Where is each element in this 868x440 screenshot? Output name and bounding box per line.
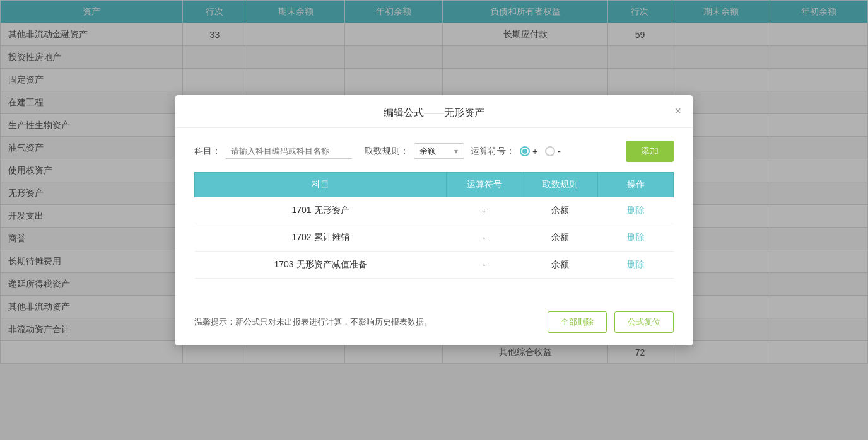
formula-action-cell[interactable]: 删除 [598, 197, 674, 224]
footer-buttons: 全部删除 公式复位 [548, 311, 674, 333]
formula-rule-cell: 余额 [522, 224, 598, 251]
rule-group: 取数规则： 余额 借方 贷方 ▾ [365, 143, 458, 159]
modal-footer: 温馨提示：新公式只对未出报表进行计算，不影响历史报表数据。 全部删除 公式复位 [175, 301, 693, 345]
modal-title: 编辑公式——无形资产 [384, 107, 484, 120]
radio-minus-label: - [558, 146, 561, 156]
formula-row: 1703 无形资产减值准备 - 余额 删除 [195, 251, 674, 278]
radio-group: + - [520, 146, 561, 156]
formula-row: 1702 累计摊销 - 余额 删除 [195, 224, 674, 251]
table-header-subject: 科目 [195, 172, 447, 197]
rule-label: 取数规则： [365, 146, 409, 157]
formula-rule-cell: 余额 [522, 197, 598, 224]
table-header-rule: 取数规则 [522, 172, 598, 197]
operator-label: 运算符号： [471, 146, 515, 157]
delete-link[interactable]: 删除 [627, 232, 645, 242]
modal-overlay: 编辑公式——无形资产 × 科目： 取数规则： 余额 借方 贷方 [0, 0, 868, 440]
delete-link[interactable]: 删除 [627, 259, 645, 269]
rule-select-wrap: 余额 借方 贷方 ▾ [414, 143, 458, 159]
add-button[interactable]: 添加 [626, 141, 674, 162]
radio-plus[interactable]: + [520, 146, 537, 156]
modal-body: 科目： 取数规则： 余额 借方 贷方 ▾ 运算符号： [175, 128, 693, 301]
formula-action-cell[interactable]: 删除 [598, 251, 674, 278]
formula-table: 科目 运算符号 取数规则 操作 1701 无形资产 + 余额 删除 1702 累… [194, 172, 674, 279]
subject-group: 科目： [194, 144, 352, 159]
modal-header: 编辑公式——无形资产 × [175, 95, 693, 128]
modal: 编辑公式——无形资产 × 科目： 取数规则： 余额 借方 贷方 [175, 95, 693, 345]
formula-row: 1701 无形资产 + 余额 删除 [195, 197, 674, 224]
form-row: 科目： 取数规则： 余额 借方 贷方 ▾ 运算符号： [194, 141, 674, 162]
formula-rule-cell: 余额 [522, 251, 598, 278]
hint-text: 温馨提示：新公式只对未出报表进行计算，不影响历史报表数据。 [194, 316, 432, 328]
radio-plus-circle [520, 146, 530, 156]
modal-close-button[interactable]: × [674, 105, 681, 117]
table-header-action: 操作 [598, 172, 674, 197]
delete-all-button[interactable]: 全部删除 [548, 311, 607, 333]
table-header-operator: 运算符号 [447, 172, 522, 197]
radio-plus-label: + [532, 146, 537, 156]
formula-operator-cell: - [447, 251, 522, 278]
formula-operator-cell: + [447, 197, 522, 224]
radio-minus-circle [545, 146, 555, 156]
subject-input[interactable] [226, 144, 352, 159]
reset-formula-button[interactable]: 公式复位 [614, 311, 674, 333]
subject-label: 科目： [194, 146, 221, 157]
delete-link[interactable]: 删除 [627, 205, 645, 215]
formula-subject-cell: 1703 无形资产减值准备 [195, 251, 447, 278]
formula-subject-cell: 1701 无形资产 [195, 197, 447, 224]
rule-select[interactable]: 余额 借方 贷方 [414, 143, 464, 159]
formula-subject-cell: 1702 累计摊销 [195, 224, 447, 251]
formula-action-cell[interactable]: 删除 [598, 224, 674, 251]
radio-minus[interactable]: - [545, 146, 561, 156]
formula-operator-cell: - [447, 224, 522, 251]
operator-group: 运算符号： + - [471, 146, 561, 157]
